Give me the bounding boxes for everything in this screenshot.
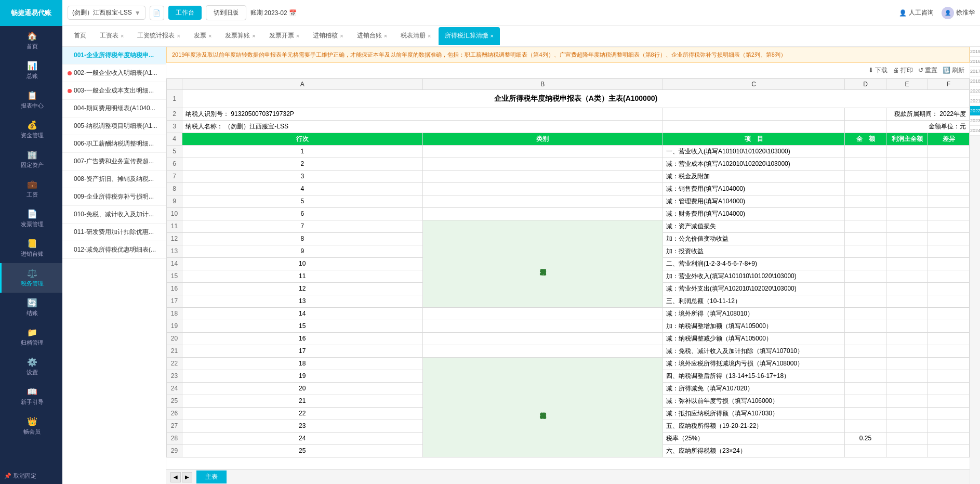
item-cell[interactable]: 六、应纳所得税额（23×24） bbox=[663, 444, 845, 457]
spreadsheet-container[interactable]: A B C D E F 1 企业所 bbox=[166, 79, 970, 470]
row-num-cell[interactable]: 2 bbox=[182, 158, 423, 170]
sidebar-item-settings[interactable]: ⚙️ 设置 bbox=[0, 352, 62, 382]
close-icon[interactable]: × bbox=[491, 33, 494, 39]
amount-cell[interactable] bbox=[845, 158, 886, 170]
year-item-2021[interactable]: 2021 bbox=[970, 96, 980, 106]
item-cell[interactable]: 减：弥补以前年度亏损（填写A106000） bbox=[663, 395, 845, 407]
profit-cell[interactable] bbox=[886, 320, 928, 332]
diff-cell[interactable] bbox=[928, 295, 970, 307]
amount-cell[interactable] bbox=[845, 382, 886, 395]
item-cell[interactable]: 减：管理费用(填写A104000) bbox=[663, 195, 845, 207]
close-icon[interactable]: × bbox=[340, 33, 343, 39]
user-profile[interactable]: 👤 徐淮华 bbox=[942, 7, 975, 19]
profit-cell[interactable] bbox=[886, 382, 928, 395]
sidebar-item-member[interactable]: 👑 畅会员 bbox=[0, 411, 62, 441]
form-item-003[interactable]: 003-一般企业成本支出明细... bbox=[62, 82, 166, 100]
tab-payroll-report[interactable]: 工资统计报表 × bbox=[131, 27, 186, 45]
sidebar-item-funds[interactable]: 💰 资金管理 bbox=[0, 115, 62, 145]
sidebar-item-archive[interactable]: 📁 归档管理 bbox=[0, 322, 62, 352]
switch-old-button[interactable]: 切到旧版 bbox=[206, 5, 246, 20]
row-num-cell[interactable]: 13 bbox=[182, 295, 423, 307]
amount-cell[interactable] bbox=[845, 282, 886, 295]
diff-cell[interactable] bbox=[928, 307, 970, 320]
sheet-tab-main[interactable]: 主表 bbox=[196, 470, 227, 483]
amount-cell[interactable] bbox=[845, 195, 886, 207]
diff-cell[interactable] bbox=[928, 220, 970, 232]
amount-cell[interactable] bbox=[845, 170, 886, 182]
profit-cell[interactable] bbox=[886, 232, 928, 245]
item-cell[interactable]: 二、营业利润(1-2-3-4-5-6-7-8+9) bbox=[663, 257, 845, 270]
tab-invoice[interactable]: 发票 × bbox=[188, 27, 218, 45]
row-num-cell[interactable]: 3 bbox=[182, 170, 423, 182]
row-num-cell[interactable]: 5 bbox=[182, 195, 423, 207]
profit-cell[interactable] bbox=[886, 420, 928, 432]
row-num-cell[interactable]: 15 bbox=[182, 320, 423, 332]
profit-cell[interactable] bbox=[886, 270, 928, 282]
amount-cell[interactable] bbox=[845, 207, 886, 220]
profit-cell[interactable] bbox=[886, 282, 928, 295]
sidebar-item-reports[interactable]: 📋 报表中心 bbox=[0, 85, 62, 115]
row-num-cell[interactable]: 16 bbox=[182, 332, 423, 345]
profit-cell[interactable] bbox=[886, 257, 928, 270]
user-service-btn[interactable]: 👤 人工咨询 bbox=[899, 8, 934, 17]
diff-cell[interactable] bbox=[928, 182, 970, 195]
amount-cell[interactable] bbox=[845, 444, 886, 457]
workbench-button[interactable]: 工作台 bbox=[168, 6, 202, 20]
profit-cell[interactable] bbox=[886, 182, 928, 195]
amount-cell[interactable] bbox=[845, 395, 886, 407]
amount-cell[interactable] bbox=[845, 145, 886, 158]
profit-cell[interactable] bbox=[886, 158, 928, 170]
form-item-009[interactable]: 009-企业所得税弥补亏损明... bbox=[62, 188, 166, 206]
row-num-cell[interactable]: 4 bbox=[182, 182, 423, 195]
diff-cell[interactable] bbox=[928, 320, 970, 332]
diff-cell[interactable] bbox=[928, 332, 970, 345]
sidebar-item-ledger[interactable]: 📊 总账 bbox=[0, 56, 62, 85]
form-item-011[interactable]: 011-研发费用加计扣除优惠... bbox=[62, 224, 166, 241]
diff-cell[interactable] bbox=[928, 395, 970, 407]
row-num-cell[interactable]: 24 bbox=[182, 432, 423, 444]
amount-cell[interactable] bbox=[845, 182, 886, 195]
diff-cell[interactable] bbox=[928, 245, 970, 257]
row-num-cell[interactable]: 19 bbox=[182, 370, 423, 382]
tab-purchase-check[interactable]: 进销稽核 × bbox=[307, 27, 349, 45]
row-num-cell[interactable]: 17 bbox=[182, 345, 423, 357]
tab-invoice-calc[interactable]: 发票算账 × bbox=[219, 27, 261, 45]
diff-cell[interactable] bbox=[928, 270, 970, 282]
profit-cell[interactable] bbox=[886, 370, 928, 382]
row-num-cell[interactable]: 10 bbox=[182, 257, 423, 270]
form-item-004[interactable]: 004-期间费用明细表(A1040... bbox=[62, 100, 166, 117]
download-button[interactable]: ⬇ 下载 bbox=[868, 66, 888, 75]
form-item-005[interactable]: 005-纳税调整项目明细表(A1... bbox=[62, 117, 166, 135]
profit-cell[interactable] bbox=[886, 195, 928, 207]
sidebar-item-sales-ledger[interactable]: 📒 进销台账 bbox=[0, 233, 62, 263]
sidebar-item-home[interactable]: 🏠 首页 bbox=[0, 26, 62, 56]
nav-left-icon[interactable]: ◀ bbox=[170, 472, 181, 482]
profit-cell[interactable] bbox=[886, 220, 928, 232]
reset-button[interactable]: ↺ 重置 bbox=[918, 66, 937, 75]
year-item-2017[interactable]: 2017 bbox=[970, 67, 980, 76]
row-num-cell[interactable]: 25 bbox=[182, 444, 423, 457]
profit-cell[interactable] bbox=[886, 444, 928, 457]
item-cell[interactable]: 减：销售费用(填写A104000) bbox=[663, 182, 845, 195]
unpin-button[interactable]: 📌 取消固定 bbox=[0, 468, 62, 484]
close-icon[interactable]: × bbox=[428, 33, 431, 39]
diff-cell[interactable] bbox=[928, 382, 970, 395]
profit-cell[interactable] bbox=[886, 145, 928, 158]
close-icon[interactable]: × bbox=[121, 33, 124, 39]
year-item-2018[interactable]: 2018 bbox=[970, 76, 980, 86]
document-icon-btn[interactable]: 📄 bbox=[150, 6, 164, 20]
year-item-2016[interactable]: 2016 bbox=[970, 57, 980, 67]
diff-cell[interactable] bbox=[928, 357, 970, 370]
item-cell[interactable]: 加：营业外收入(填写A101010\101020\103000) bbox=[663, 270, 845, 282]
amount-cell[interactable]: 0.25 bbox=[845, 432, 886, 444]
diff-cell[interactable] bbox=[928, 444, 970, 457]
nav-right-icon[interactable]: ▶ bbox=[182, 472, 192, 482]
profit-cell[interactable] bbox=[886, 245, 928, 257]
tab-income-tax[interactable]: 所得税汇算清缴 × bbox=[439, 27, 500, 45]
amount-cell[interactable] bbox=[845, 407, 886, 420]
item-cell[interactable]: 减：境外应税所得抵减境内亏损（填写A108000） bbox=[663, 357, 845, 370]
form-item-008[interactable]: 008-资产折旧、摊销及纳税... bbox=[62, 171, 166, 188]
year-item-2019[interactable]: 2019 bbox=[970, 47, 980, 57]
year-item-2023[interactable]: 2023 bbox=[970, 116, 980, 126]
sidebar-item-assets[interactable]: 🏢 固定资产 bbox=[0, 145, 62, 174]
